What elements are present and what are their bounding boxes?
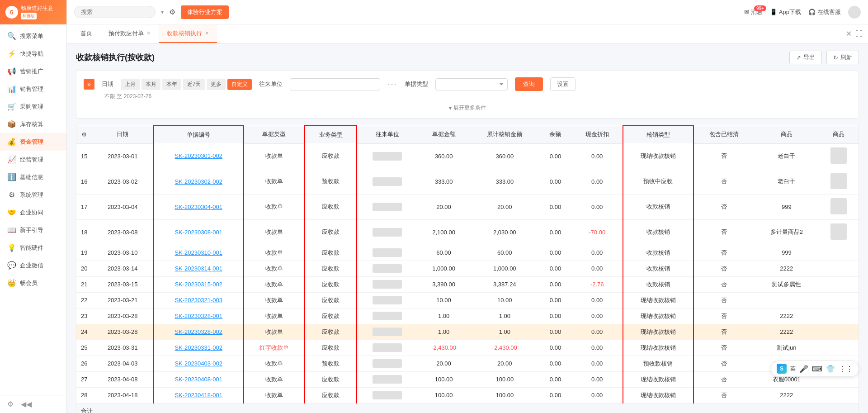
sidebar-item-icon: 🔍 bbox=[7, 32, 16, 40]
sidebar-item-畅会员[interactable]: 👑畅会员 bbox=[0, 274, 66, 292]
cell-no: 21 bbox=[76, 276, 92, 292]
this-month-btn[interactable]: 本月 bbox=[142, 79, 160, 90]
receipt-no-link[interactable]: SK-20230328-002 bbox=[175, 328, 222, 335]
sidebar-item-经营管理[interactable]: 📈经营管理 bbox=[0, 151, 66, 168]
cell-include-settled: 否 bbox=[693, 387, 754, 403]
collapse-filter-btn[interactable]: » bbox=[84, 79, 94, 90]
last-month-btn[interactable]: 上月 bbox=[121, 79, 140, 90]
receipt-no-link[interactable]: SK-20230315-002 bbox=[175, 281, 222, 288]
expand-more-btn[interactable]: ▾ 展开更多条件 bbox=[449, 104, 486, 112]
receipt-no-link[interactable]: SK-20230408-001 bbox=[175, 376, 222, 383]
sidebar-item-系统管理[interactable]: ⚙系统管理 bbox=[0, 186, 66, 204]
cell-biz-type: 应收款 bbox=[305, 308, 357, 324]
tab-verify[interactable]: 收款核销执行 ✕ bbox=[159, 25, 217, 43]
receipt-type-select[interactable] bbox=[435, 78, 508, 90]
grid-icon[interactable]: ⋮⋮ bbox=[839, 365, 853, 373]
sidebar-item-智能硬件[interactable]: 💡智能硬件 bbox=[0, 239, 66, 256]
sidebar-item-新手引导[interactable]: 📖新手引导 bbox=[0, 221, 66, 239]
sidebar-item-基础信息[interactable]: ℹ️基础信息 bbox=[0, 168, 66, 186]
receipt-no-link[interactable]: SK-20230304-001 bbox=[175, 204, 222, 210]
search-input[interactable] bbox=[74, 6, 156, 18]
receipt-no-link[interactable]: SK-20230328-001 bbox=[175, 313, 222, 319]
sidebar-item-快捷导航[interactable]: ⚡快捷导航 bbox=[0, 45, 66, 62]
cell-biz-type: 应收款 bbox=[305, 194, 357, 219]
export-button[interactable]: ↗ 导出 bbox=[789, 51, 822, 64]
receipt-no-link[interactable]: SK-20230331-002 bbox=[175, 344, 222, 351]
more-dates-btn[interactable]: 更多 bbox=[207, 79, 226, 90]
sidebar-item-企业协同[interactable]: 🤝企业协同 bbox=[0, 204, 66, 221]
last-7days-btn[interactable]: 近7天 bbox=[183, 79, 205, 90]
tab-prepay-close[interactable]: ✕ bbox=[146, 30, 151, 36]
th-settings[interactable]: ⚙ bbox=[76, 126, 92, 143]
cell-verified-amount: 2,030.00 bbox=[470, 219, 539, 245]
tab-home[interactable]: 首页 bbox=[72, 25, 100, 43]
cell-date: 2023-03-10 bbox=[92, 245, 153, 261]
cell-cash-discount: -2.76 bbox=[571, 276, 623, 292]
topbar-gear-icon[interactable]: ⚙ bbox=[169, 8, 175, 16]
receipt-no-link[interactable]: SK-20230403-002 bbox=[175, 360, 222, 367]
sidebar-item-库存核算[interactable]: 📦库存核算 bbox=[0, 115, 66, 133]
tab-prepay-label: 预付款应付单 bbox=[108, 29, 144, 38]
sidebar-item-企业微信[interactable]: 💬企业微信 bbox=[0, 256, 66, 274]
custom-date-btn[interactable]: 自定义 bbox=[227, 79, 252, 90]
receipt-no-link[interactable]: SK-20230418-001 bbox=[175, 392, 222, 399]
sidebar-item-icon: 💡 bbox=[7, 243, 16, 252]
messages-button[interactable]: ✉ 消息 99+ bbox=[744, 8, 763, 16]
cell-counterparty: ████ bbox=[357, 194, 417, 219]
expand-tab-btn[interactable]: ⛶ bbox=[855, 30, 863, 38]
keyboard-icon[interactable]: ⌨ bbox=[812, 365, 822, 373]
mic-icon[interactable]: 🎤 bbox=[799, 365, 808, 373]
float-logo: S bbox=[777, 364, 787, 374]
sidebar-item-搜索菜单[interactable]: 🔍搜索菜单 bbox=[0, 27, 66, 45]
refresh-button[interactable]: ↻ 刷新 bbox=[826, 51, 859, 64]
filter-setting-button[interactable]: 设置 bbox=[550, 77, 576, 91]
cell-amount: 333.00 bbox=[417, 169, 470, 194]
cell-product: 2222 bbox=[754, 387, 819, 403]
tab-prepay[interactable]: 预付款应付单 ✕ bbox=[100, 25, 159, 43]
this-year-btn[interactable]: 本年 bbox=[162, 79, 181, 90]
cell-include-settled: 否 bbox=[693, 324, 754, 340]
logo-icon: 6 bbox=[5, 6, 18, 19]
cell-no: 18 bbox=[76, 219, 92, 245]
sidebar-item-icon: ⚡ bbox=[7, 49, 16, 58]
solution-button[interactable]: 体验行业方案 bbox=[181, 5, 229, 19]
receipt-no-link[interactable]: SK-20230301-002 bbox=[175, 152, 222, 159]
shirt-icon[interactable]: 👕 bbox=[826, 365, 835, 373]
receipt-no-link[interactable]: SK-20230308-001 bbox=[175, 229, 222, 236]
close-tab-btn[interactable]: ✕ bbox=[846, 29, 852, 38]
online-service-link[interactable]: 🎧 在线客服 bbox=[808, 8, 841, 16]
sidebar-item-icon: 📖 bbox=[7, 226, 16, 234]
sidebar-item-营销推广[interactable]: 📢营销推广 bbox=[0, 62, 66, 80]
tab-verify-close[interactable]: ✕ bbox=[205, 30, 209, 36]
sidebar-item-资金管理[interactable]: 💰资金管理 bbox=[0, 133, 66, 151]
user-avatar[interactable] bbox=[848, 6, 861, 19]
cell-no: 28 bbox=[76, 387, 92, 403]
receipt-no-link[interactable]: SK-20230302-002 bbox=[175, 178, 222, 185]
cell-verify-type: 预收中应收 bbox=[623, 169, 693, 194]
table-row: 24 2023-03-28 SK-20230328-002 收款单 应收款 ██… bbox=[76, 324, 859, 340]
message-icon: ✉ bbox=[744, 9, 749, 15]
cell-product2 bbox=[819, 387, 859, 403]
cell-cash-discount: 0.00 bbox=[571, 143, 623, 169]
cell-biz-type: 应收款 bbox=[305, 143, 357, 169]
cell-verified-amount: 100.00 bbox=[470, 371, 539, 387]
cell-receipt-type: 收款单 bbox=[244, 169, 305, 194]
cell-date: 2023-04-18 bbox=[92, 387, 153, 403]
sidebar-item-销售管理[interactable]: 📊销售管理 bbox=[0, 80, 66, 98]
cell-balance: 0.00 bbox=[539, 169, 572, 194]
sidebar-item-采购管理[interactable]: 🛒采购管理 bbox=[0, 98, 66, 115]
app-download-link[interactable]: 📱 App下载 bbox=[770, 8, 801, 16]
counterparty-input[interactable] bbox=[290, 78, 380, 90]
chevron-down-icon: ▾ bbox=[449, 105, 452, 111]
cell-product2 bbox=[819, 143, 859, 169]
receipt-no-link[interactable]: SK-20230314-001 bbox=[175, 265, 222, 272]
query-button[interactable]: 查询 bbox=[515, 77, 543, 91]
topbar-arrow-icon[interactable]: ▾ bbox=[161, 9, 164, 15]
footer-settings-icon[interactable]: ⚙ bbox=[7, 400, 14, 408]
sidebar: 6 畅康道好生意 标推版 🔍搜索菜单⚡快捷导航📢营销推广📊销售管理🛒采购管理📦库… bbox=[0, 0, 67, 413]
receipt-no-link[interactable]: SK-20230321-003 bbox=[175, 297, 222, 304]
receipt-no-link[interactable]: SK-20230310-001 bbox=[175, 249, 222, 256]
export-icon: ↗ bbox=[796, 54, 801, 61]
cell-balance: 0.00 bbox=[539, 356, 572, 371]
footer-collapse-icon[interactable]: ◀◀ bbox=[21, 400, 32, 408]
